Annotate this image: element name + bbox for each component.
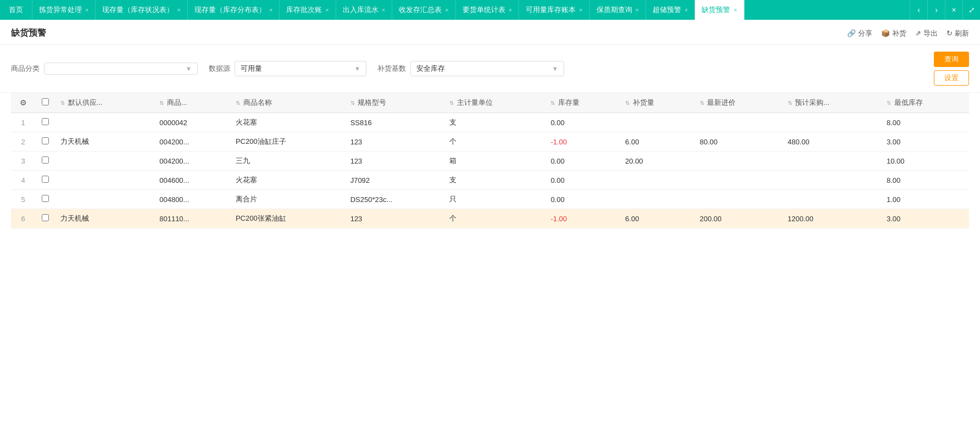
- column-spec[interactable]: ⇅ 规格型号: [345, 93, 444, 113]
- column-product-code[interactable]: ⇅ 商品...: [154, 93, 230, 113]
- category-select[interactable]: ▼: [44, 63, 198, 75]
- refresh-action[interactable]: ↻ 刷新: [946, 29, 969, 38]
- column-restock[interactable]: ⇅ 补货量: [620, 93, 694, 113]
- cell-unit: 支: [444, 171, 545, 190]
- nav-tab-11-active[interactable]: 缺货预警 ×: [695, 0, 744, 20]
- column-latest-price[interactable]: ⇅ 最新进价: [694, 93, 782, 113]
- cell-est-purchase: [782, 152, 881, 171]
- chevron-down-icon-2: ▼: [354, 65, 360, 72]
- close-icon[interactable]: ×: [636, 7, 639, 13]
- nav-controls: ‹ › × ⤢: [910, 0, 980, 20]
- close-icon[interactable]: ×: [382, 7, 385, 13]
- close-icon[interactable]: ×: [509, 7, 512, 13]
- cell-product-name: PC200张紧油缸: [230, 209, 345, 228]
- nav-tab-home[interactable]: 首页: [0, 0, 32, 20]
- nav-next-button[interactable]: ›: [927, 0, 945, 20]
- replenish-label: 补货基数: [377, 64, 406, 74]
- table-row: 2 力天机械 004200... PC200油缸庄子 123 个 -1.00 6…: [11, 132, 969, 152]
- row-checkbox[interactable]: [42, 176, 49, 183]
- cell-unit: 支: [444, 113, 545, 132]
- column-settings[interactable]: ⚙: [11, 93, 35, 113]
- query-button[interactable]: 查询: [934, 52, 969, 67]
- nav-tab-8[interactable]: 可用量库存账本 ×: [519, 0, 589, 20]
- nav-tab-4[interactable]: 库存批次账 ×: [280, 0, 336, 20]
- close-icon[interactable]: ×: [325, 7, 328, 13]
- column-stock[interactable]: ⇅ 库存量: [545, 93, 620, 113]
- restock-action[interactable]: 📦 补货: [881, 29, 906, 38]
- cell-restock: 20.00: [620, 152, 694, 171]
- row-checkbox-cell[interactable]: [35, 190, 55, 209]
- table-header-row: ⚙ ⇅ 默认供应... ⇅ 商品... ⇅ 商品名称: [11, 93, 969, 113]
- sort-icon: ⇅: [159, 100, 164, 106]
- column-min-stock[interactable]: ⇅ 最低库存: [881, 93, 969, 113]
- share-action[interactable]: 🔗 分享: [847, 29, 872, 38]
- cell-min-stock: 8.00: [881, 113, 969, 132]
- row-checkbox[interactable]: [42, 137, 49, 144]
- sort-icon: ⇅: [700, 100, 704, 106]
- cell-product-name: 火花塞: [230, 171, 345, 190]
- row-checkbox-cell[interactable]: [35, 171, 55, 190]
- nav-tab-10[interactable]: 超储预警 ×: [646, 0, 695, 20]
- cell-default-supplier: 力天机械: [55, 209, 154, 228]
- chevron-down-icon-3: ▼: [552, 65, 558, 72]
- sort-icon: ⇅: [60, 100, 65, 106]
- close-icon[interactable]: ×: [579, 7, 582, 13]
- row-checkbox[interactable]: [42, 214, 49, 221]
- select-all-checkbox[interactable]: [42, 98, 49, 105]
- cell-min-stock: 3.00: [881, 132, 969, 152]
- column-product-name[interactable]: ⇅ 商品名称: [230, 93, 345, 113]
- row-checkbox[interactable]: [42, 156, 49, 164]
- nav-prev-button[interactable]: ‹: [910, 0, 927, 20]
- share-icon: 🔗: [847, 29, 856, 37]
- row-checkbox[interactable]: [42, 195, 49, 202]
- row-checkbox-cell[interactable]: [35, 209, 55, 228]
- cell-min-stock: 8.00: [881, 171, 969, 190]
- close-icon[interactable]: ×: [269, 7, 272, 13]
- table-row: 6 力天机械 801110... PC200张紧油缸 123 个 -1.00 6…: [11, 209, 969, 228]
- column-unit[interactable]: ⇅ 主计量单位: [444, 93, 545, 113]
- nav-tab-2[interactable]: 现存量（库存状况表） ×: [96, 0, 187, 20]
- cell-latest-price: [694, 113, 782, 132]
- nav-tab-7[interactable]: 要货单统计表 ×: [456, 0, 519, 20]
- cell-stock: 0.00: [545, 113, 620, 132]
- gear-icon[interactable]: ⚙: [20, 98, 27, 107]
- close-icon[interactable]: ×: [733, 7, 737, 13]
- close-icon[interactable]: ×: [445, 7, 448, 13]
- close-icon[interactable]: ×: [684, 7, 688, 13]
- replenish-filter-group: 补货基数 安全库存 ▼: [377, 61, 564, 76]
- sort-icon: ⇅: [788, 100, 792, 106]
- nav-tab-3[interactable]: 现存量（库存分布表） ×: [188, 0, 280, 20]
- datasource-select[interactable]: 可用量 ▼: [235, 61, 366, 76]
- cell-est-purchase: 1200.00: [782, 209, 881, 228]
- settings-button[interactable]: 设置: [934, 70, 969, 86]
- nav-close-button[interactable]: ×: [945, 0, 962, 20]
- cell-unit: 个: [444, 132, 545, 152]
- close-icon[interactable]: ×: [85, 7, 88, 13]
- column-default-supplier[interactable]: ⇅ 默认供应...: [55, 93, 154, 113]
- close-icon[interactable]: ×: [177, 7, 180, 13]
- category-filter-group: 商品分类 ▼: [11, 63, 198, 75]
- column-est-purchase[interactable]: ⇅ 预计采购...: [782, 93, 881, 113]
- replenish-select[interactable]: 安全库存 ▼: [410, 61, 564, 76]
- cell-spec: J7092: [345, 171, 444, 190]
- row-checkbox-cell[interactable]: [35, 113, 55, 132]
- cell-default-supplier: [55, 190, 154, 209]
- nav-expand-button[interactable]: ⤢: [962, 0, 980, 20]
- nav-tab-9[interactable]: 保质期查询 ×: [590, 0, 646, 20]
- cell-latest-price: [694, 171, 782, 190]
- cell-est-purchase: 480.00: [782, 132, 881, 152]
- export-action[interactable]: ⇗ 导出: [915, 29, 938, 38]
- row-number: 5: [11, 190, 35, 209]
- nav-tab-6[interactable]: 收发存汇总表 ×: [392, 0, 455, 20]
- nav-tab-1[interactable]: 拣货异常处理 ×: [32, 0, 96, 20]
- table-row: 4 004600... 火花塞 J7092 支 0.00 8.00: [11, 171, 969, 190]
- row-checkbox-cell[interactable]: [35, 152, 55, 171]
- sort-icon: ⇅: [236, 100, 240, 106]
- cell-min-stock: 10.00: [881, 152, 969, 171]
- nav-tab-5[interactable]: 出入库流水 ×: [336, 0, 392, 20]
- cell-restock: 6.00: [620, 132, 694, 152]
- row-checkbox-cell[interactable]: [35, 132, 55, 152]
- cell-product-name: 三九: [230, 152, 345, 171]
- row-checkbox[interactable]: [42, 118, 49, 125]
- cell-est-purchase: [782, 113, 881, 132]
